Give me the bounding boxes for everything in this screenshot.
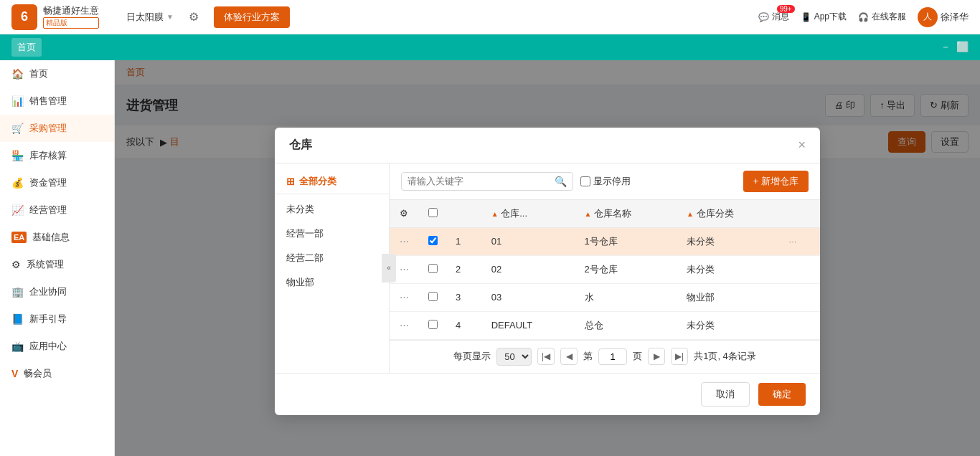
row-checkbox[interactable] bbox=[428, 264, 438, 273]
row-code: 03 bbox=[483, 283, 576, 311]
operations-icon: 📈 bbox=[11, 204, 24, 216]
sidebar-item-finance[interactable]: 💰 资金管理 bbox=[0, 169, 114, 196]
user-name: 徐泽华 bbox=[941, 11, 969, 24]
sidebar-label-home: 首页 bbox=[29, 67, 48, 80]
modal-sidebar-header[interactable]: ⊞ 全部分类 bbox=[275, 169, 389, 194]
row-name: 总仓 bbox=[576, 311, 679, 339]
row-check bbox=[418, 227, 447, 255]
row-category: 未分类 bbox=[678, 311, 781, 339]
row-more[interactable]: ··· bbox=[781, 227, 820, 255]
row-category: 物业部 bbox=[678, 283, 781, 311]
warehouse-table: ⚙ ▲ 仓库... ▲ 仓库名称 ▲ 仓库分类 ⋯ 1 01 1号仓库 未分类 … bbox=[390, 200, 820, 340]
modal-body: ⊞ 全部分类 未分类 经营一部 经营二部 物业部 « bbox=[275, 163, 820, 373]
row-checkbox[interactable] bbox=[428, 236, 438, 245]
sidebar-item-home[interactable]: 🏠 首页 bbox=[0, 60, 114, 87]
confirm-button[interactable]: 确定 bbox=[758, 383, 806, 406]
home-icon: 🏠 bbox=[11, 68, 24, 80]
enterprise-icon: 🏢 bbox=[11, 286, 24, 298]
sidebar-item-operations[interactable]: 📈 经营管理 bbox=[0, 196, 114, 224]
modal-sidebar-ops1[interactable]: 经营一部 bbox=[275, 222, 389, 246]
page-label: 第 bbox=[583, 350, 593, 363]
row-index: 2 bbox=[447, 255, 483, 283]
search-box[interactable]: 🔍 bbox=[401, 172, 573, 191]
next-page-button[interactable]: ▶ bbox=[648, 348, 665, 365]
user-menu[interactable]: 人 徐泽华 bbox=[918, 7, 969, 27]
search-input[interactable] bbox=[407, 176, 555, 186]
per-page-select[interactable]: 50 bbox=[496, 348, 532, 366]
sub-header-home[interactable]: 首页 bbox=[11, 38, 42, 57]
online-service[interactable]: 🎧 在线客服 bbox=[858, 11, 906, 23]
sidebar-item-basics[interactable]: EA 基础信息 bbox=[0, 224, 114, 251]
avatar: 人 bbox=[918, 7, 938, 27]
sidebar-item-inventory[interactable]: 🏪 库存核算 bbox=[0, 142, 114, 169]
page-input[interactable] bbox=[598, 348, 627, 365]
modal-sidebar-property[interactable]: 物业部 bbox=[275, 270, 389, 295]
row-name: 水 bbox=[576, 283, 679, 311]
maximize-icon[interactable]: ⬜ bbox=[956, 41, 969, 54]
first-page-button[interactable]: |◀ bbox=[537, 348, 555, 365]
row-index: 3 bbox=[447, 283, 483, 311]
apps-icon: 📺 bbox=[11, 341, 24, 352]
sidebar-item-apps[interactable]: 📺 应用中心 bbox=[0, 333, 114, 360]
row-check bbox=[418, 311, 447, 339]
row-name: 2号仓库 bbox=[576, 255, 679, 283]
row-check bbox=[418, 283, 447, 311]
service-label: 在线客服 bbox=[872, 11, 906, 23]
select-all-checkbox[interactable] bbox=[428, 208, 438, 217]
sidebar-label-guide: 新手引导 bbox=[29, 313, 67, 326]
col-header-index bbox=[447, 200, 483, 228]
row-checkbox[interactable] bbox=[428, 292, 438, 301]
col-header-actions bbox=[781, 200, 820, 228]
row-name: 1号仓库 bbox=[576, 227, 679, 255]
app-label: App下载 bbox=[814, 11, 847, 23]
modal-header: 仓库 × bbox=[275, 128, 820, 163]
collapse-sidebar-button[interactable]: « bbox=[382, 254, 396, 282]
row-check bbox=[418, 255, 447, 283]
row-code: 02 bbox=[483, 255, 576, 283]
sidebar-label-enterprise: 企业协同 bbox=[29, 285, 67, 298]
table-row[interactable]: ⋯ 1 01 1号仓库 未分类 ··· bbox=[390, 227, 820, 255]
basics-icon: EA bbox=[11, 232, 27, 243]
trial-button[interactable]: 体验行业方案 bbox=[214, 6, 290, 28]
table-row[interactable]: ⋯ 4 DEFAULT 总仓 未分类 bbox=[390, 311, 820, 339]
notification-area[interactable]: 💬 消息 99+ bbox=[758, 11, 789, 23]
sidebar-item-guide[interactable]: 📘 新手引导 bbox=[0, 305, 114, 333]
row-index: 1 bbox=[447, 227, 483, 255]
sidebar-item-vip[interactable]: V 畅会员 bbox=[0, 360, 114, 387]
brand-badge: 精品版 bbox=[43, 17, 99, 29]
add-warehouse-button[interactable]: + 新增仓库 bbox=[743, 171, 809, 192]
sidebar-item-purchase[interactable]: 🛒 采购管理 bbox=[0, 115, 114, 142]
show-disabled-checkbox[interactable] bbox=[580, 176, 590, 186]
sidebar-label-vip: 畅会员 bbox=[24, 367, 52, 380]
col-header-check bbox=[418, 200, 447, 228]
show-disabled-label: 显示停用 bbox=[593, 175, 631, 188]
per-page-label: 每页显示 bbox=[453, 350, 491, 363]
sidebar-item-sales[interactable]: 📊 销售管理 bbox=[0, 87, 114, 115]
sidebar-item-system[interactable]: ⚙ 系统管理 bbox=[0, 251, 114, 278]
minimize-icon[interactable]: － bbox=[941, 41, 951, 54]
modal-sidebar-all-label: 全部分类 bbox=[299, 175, 336, 188]
modal-close-button[interactable]: × bbox=[798, 138, 806, 153]
settings-icon[interactable]: ⚙ bbox=[182, 6, 205, 29]
modal-sidebar-ops2[interactable]: 经营二部 bbox=[275, 246, 389, 270]
app-download[interactable]: 📱 App下载 bbox=[801, 11, 847, 23]
store-selector[interactable]: 日太阳膜 ▼ bbox=[126, 11, 174, 24]
row-checkbox[interactable] bbox=[428, 320, 438, 329]
sidebar-item-enterprise[interactable]: 🏢 企业协同 bbox=[0, 278, 114, 305]
app-icon: 📱 bbox=[801, 12, 811, 22]
row-category: 未分类 bbox=[678, 255, 781, 283]
modal-action-footer: 取消 确定 bbox=[275, 373, 820, 415]
guide-icon: 📘 bbox=[11, 313, 24, 325]
col-header-code: ▲ 仓库... bbox=[483, 200, 576, 228]
cancel-button[interactable]: 取消 bbox=[701, 382, 750, 407]
prev-page-button[interactable]: ◀ bbox=[560, 348, 578, 365]
table-row[interactable]: ⋯ 3 03 水 物业部 bbox=[390, 283, 820, 311]
table-row[interactable]: ⋯ 2 02 2号仓库 未分类 bbox=[390, 255, 820, 283]
sidebar-label-finance: 资金管理 bbox=[29, 176, 67, 189]
last-page-button[interactable]: ▶| bbox=[671, 348, 688, 365]
modal-sidebar-unclassified[interactable]: 未分类 bbox=[275, 197, 389, 222]
row-gear: ⋯ bbox=[390, 311, 418, 339]
header-center: 日太阳膜 ▼ ⚙ 体验行业方案 bbox=[126, 6, 758, 29]
col-header-gear: ⚙ bbox=[390, 200, 418, 228]
main-layout: 🏠 首页 📊 销售管理 🛒 采购管理 🏪 库存核算 💰 资金管理 📈 经营管理 … bbox=[0, 60, 980, 456]
